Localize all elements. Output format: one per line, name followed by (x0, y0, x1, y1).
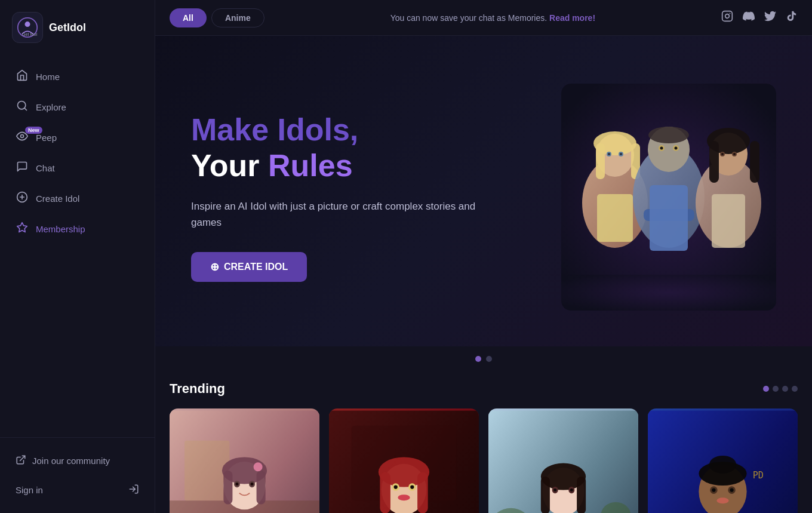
svg-rect-18 (596, 143, 605, 179)
hero-image (561, 84, 776, 311)
svg-line-4 (24, 108, 27, 110)
svg-point-22 (608, 153, 610, 155)
svg-point-100 (716, 497, 728, 503)
svg-text:Get Idol: Get Idol (22, 32, 38, 37)
hero-carousel-dots (155, 346, 812, 381)
sidebar-item-membership[interactable]: Membership (7, 214, 147, 244)
svg-rect-38 (750, 141, 759, 183)
trending-card-2[interactable] (329, 408, 479, 513)
hero-characters-illustration (561, 84, 776, 311)
main-content: All Anime You can now save your chat as … (155, 0, 812, 513)
svg-point-23 (620, 153, 622, 155)
svg-rect-43 (712, 194, 745, 248)
membership-label: Membership (36, 224, 85, 234)
filter-all-button[interactable]: All (170, 8, 207, 27)
svg-text:PD: PD (753, 470, 764, 481)
topbar: All Anime You can now save your chat as … (155, 0, 812, 36)
discord-icon[interactable] (743, 10, 755, 25)
app-logo[interactable]: Get Idol GetIdol (0, 0, 155, 57)
topbar-notification: You can now save your chat as Memories. … (272, 13, 714, 23)
chat-label: Chat (36, 163, 55, 173)
hero-title-line1: Make Idols, (191, 112, 478, 148)
trending-dot-4[interactable] (792, 386, 798, 392)
svg-point-42 (733, 153, 736, 155)
svg-point-1 (25, 21, 30, 27)
svg-point-70 (410, 485, 414, 489)
carousel-dot-2[interactable] (486, 356, 492, 362)
card-3-image (488, 408, 638, 513)
svg-rect-83 (577, 477, 586, 513)
trending-dot-2[interactable] (773, 386, 779, 392)
filter-anime-button[interactable]: Anime (211, 8, 264, 27)
trending-card-1[interactable] (170, 408, 319, 513)
peep-label: Peep (36, 133, 57, 143)
join-community-button[interactable]: Join our community (7, 447, 147, 474)
svg-rect-12 (722, 11, 733, 21)
svg-point-58 (251, 483, 254, 486)
social-links (721, 10, 798, 25)
logo-icon: Get Idol (17, 17, 38, 38)
notification-link[interactable]: Read more! (549, 13, 595, 23)
svg-rect-82 (541, 477, 550, 513)
sidebar-item-chat[interactable]: Chat (7, 153, 147, 183)
svg-rect-51 (257, 471, 266, 504)
membership-icon (16, 222, 29, 236)
sidebar-item-create-idol[interactable]: Create Idol (7, 184, 147, 213)
tiktok-icon[interactable] (786, 10, 798, 25)
hero-title-line2: Your Rules (191, 148, 478, 184)
instagram-icon[interactable] (721, 10, 733, 25)
svg-point-31 (675, 147, 678, 150)
svg-point-52 (254, 462, 263, 471)
svg-point-30 (660, 147, 663, 150)
svg-point-87 (570, 489, 573, 492)
hero-subtitle: Inspire an AI Idol with just a picture o… (191, 198, 478, 231)
svg-point-95 (709, 456, 736, 474)
svg-rect-65 (380, 472, 390, 513)
trending-card-3[interactable] (488, 408, 638, 513)
svg-point-99 (730, 488, 733, 492)
svg-point-74 (398, 494, 410, 500)
create-idol-cta-button[interactable]: ⊕ CREATE IDOL (191, 252, 307, 282)
create-idol-label: Create Idol (36, 193, 79, 204)
logo-circle: Get Idol (12, 12, 43, 43)
svg-marker-9 (17, 223, 27, 232)
trending-dot-1[interactable] (763, 386, 769, 392)
svg-point-27 (648, 127, 689, 143)
svg-rect-50 (223, 471, 232, 504)
sidebar-item-home[interactable]: Home (7, 62, 147, 91)
explore-label: Explore (36, 102, 66, 112)
hero-text: Make Idols, Your Rules Inspire an AI Ido… (191, 112, 478, 282)
sidebar-item-explore[interactable]: Explore (7, 93, 147, 122)
trending-title: Trending (170, 381, 225, 397)
card-1-image (170, 408, 319, 513)
svg-rect-44 (561, 275, 776, 311)
trending-card-4[interactable]: PD PD (648, 408, 798, 513)
notification-text: You can now save your chat as Memories. (390, 13, 548, 23)
card-4-image: PD PD (648, 408, 798, 513)
trending-dot-3[interactable] (782, 386, 788, 392)
twitter-icon[interactable] (764, 10, 776, 25)
hero-title: Make Idols, Your Rules (191, 112, 478, 184)
cta-plus-icon: ⊕ (210, 260, 219, 274)
svg-point-41 (721, 153, 724, 155)
svg-point-98 (712, 488, 715, 492)
home-icon (16, 69, 29, 84)
svg-point-5 (21, 135, 24, 138)
sidebar-nav: Home Explore Peep New (0, 57, 155, 437)
carousel-dot-1[interactable] (475, 356, 481, 362)
svg-point-57 (235, 483, 238, 486)
svg-point-69 (394, 485, 398, 489)
cta-label: CREATE IDOL (224, 262, 288, 272)
filter-buttons: All Anime (170, 8, 264, 27)
sidebar-item-peep[interactable]: Peep New (7, 123, 147, 152)
signin-button[interactable]: Sign in (7, 477, 147, 503)
hero-title-your: Your (191, 148, 260, 183)
peep-badge: New (25, 127, 42, 134)
trending-section: Trending (155, 381, 812, 513)
trending-carousel-dots (763, 386, 798, 392)
sidebar-bottom: Join our community Sign in (0, 437, 155, 513)
create-idol-icon (16, 191, 29, 206)
home-label: Home (36, 72, 60, 82)
svg-line-10 (20, 456, 25, 460)
trending-header: Trending (170, 381, 798, 397)
